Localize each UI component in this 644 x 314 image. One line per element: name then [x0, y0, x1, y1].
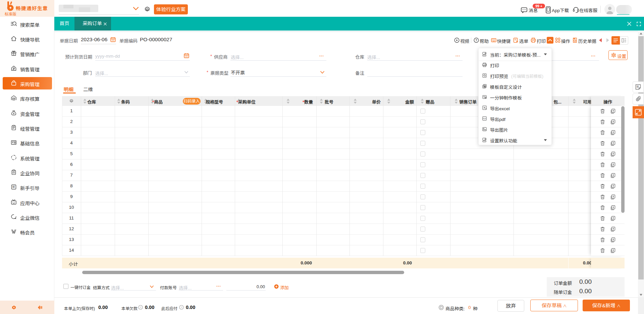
svg-text:?: ?: [181, 306, 182, 309]
svg-text:?: ?: [475, 39, 477, 42]
svg-text:新: 新: [12, 185, 15, 189]
svg-text:?: ?: [140, 306, 142, 309]
svg-text:PDF: PDF: [483, 118, 486, 120]
svg-text:草: 草: [636, 85, 639, 88]
